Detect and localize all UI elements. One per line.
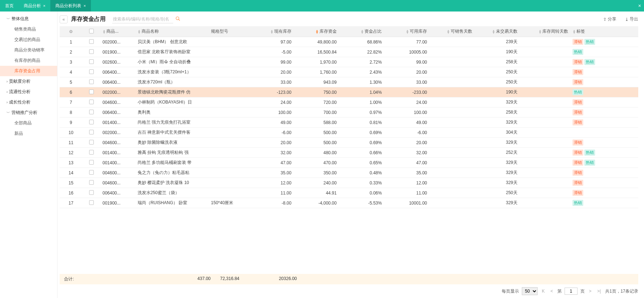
- sidebar-group[interactable]: ﹀整体信息: [0, 14, 57, 24]
- cell-code: 001400...: [100, 158, 135, 168]
- row-checkbox[interactable]: [89, 190, 94, 195]
- cell-avail: 33.00: [384, 77, 429, 87]
- sidebar-group[interactable]: ›贡献度分析: [0, 76, 57, 87]
- cell-idx: 9: [60, 118, 82, 128]
- share-button[interactable]: ⇪ 分享: [603, 16, 616, 22]
- sidebar-item[interactable]: 商品分类动销率: [0, 45, 57, 55]
- column-header-avail[interactable]: ▲▼可用库存: [384, 26, 429, 37]
- table-row[interactable]: 12001400...雅高 挂钩 无痕透明粘钩 强32.00480.000.66…: [60, 148, 638, 158]
- row-checkbox[interactable]: [89, 79, 94, 84]
- cell-tags: 滞销: [570, 168, 638, 178]
- column-header-pct[interactable]: ▲▼资金占比: [339, 26, 384, 37]
- row-checkbox[interactable]: [89, 160, 94, 165]
- collapse-sidebar-button[interactable]: «: [60, 15, 68, 23]
- pager-prev-button[interactable]: <: [549, 289, 555, 294]
- cell-spec: [209, 87, 248, 97]
- table-row[interactable]: 15004600...奥妙 樱花柔护 洗衣凝珠 1012.00240.000.3…: [60, 178, 638, 188]
- table-row[interactable]: 4006400...洗发水套装（3瓶720ml+1）20.001,760.002…: [60, 67, 638, 77]
- column-label: 商品...: [106, 29, 119, 34]
- column-header-stock[interactable]: ▲▼现有库存: [248, 26, 294, 37]
- search-icon[interactable]: [175, 16, 180, 22]
- row-checkbox[interactable]: [89, 130, 94, 134]
- column-header-turnover[interactable]: ▲▼库存周转天数: [520, 26, 571, 37]
- sort-icon: ▲▼: [538, 29, 542, 34]
- sidebar-item[interactable]: 全部商品: [0, 118, 57, 128]
- per-page-select[interactable]: 50: [522, 287, 538, 295]
- table-row[interactable]: 14004600...兔之力（兔の力）粘毛器粘35.00350.000.48%3…: [60, 168, 638, 178]
- sidebar-item[interactable]: 交易过的商品: [0, 35, 57, 45]
- column-header-idx: ⚙: [60, 26, 82, 37]
- row-checkbox[interactable]: [89, 200, 94, 205]
- pager-page-input[interactable]: [565, 288, 578, 295]
- close-tab-icon[interactable]: ×: [43, 4, 45, 8]
- export-button[interactable]: ⤓ 导出: [625, 16, 638, 22]
- sidebar-group[interactable]: ﹀营销推广分析: [0, 107, 57, 118]
- table-row[interactable]: 1002000...贝汉美（BHM） 创意北欧97.0049,800.0068.…: [60, 37, 638, 47]
- sidebar-item[interactable]: 库存资金占用: [0, 66, 57, 76]
- row-checkbox[interactable]: [89, 49, 94, 54]
- column-header-saledays[interactable]: ▲▼可销售天数: [429, 26, 474, 37]
- cell-chk: [82, 87, 100, 97]
- row-checkbox[interactable]: [89, 180, 94, 185]
- sidebar-item[interactable]: 销售类商品: [0, 24, 57, 35]
- table-row[interactable]: 6002000...景德镇北欧陶瓷花瓶摆件 仿-123.00750.001.04…: [60, 87, 638, 97]
- tab-首页[interactable]: 首页: [0, 0, 19, 12]
- table-row[interactable]: 9001400...尚格兰 强力无痕免打孔浴室49.00588.000.81%4…: [60, 118, 638, 128]
- cell-pct: 68.86%: [339, 37, 384, 47]
- row-checkbox[interactable]: [89, 90, 94, 94]
- cell-name: 小林制药（KOBAYASHI）日: [135, 97, 209, 107]
- sidebar-item[interactable]: 有库存的商品: [0, 55, 57, 66]
- pager: 每页显示 50 K < 第 页 > >| 共1页，17条记录: [58, 284, 644, 298]
- row-checkbox[interactable]: [89, 69, 94, 74]
- sort-icon: ▲▼: [361, 29, 364, 34]
- cell-notrade: 329天: [474, 158, 520, 168]
- cell-turnover: [520, 148, 571, 158]
- table-row[interactable]: 3002600...小米（MI）雨伞 全自动折叠99.001,970.002.7…: [60, 57, 638, 67]
- sidebar-group[interactable]: ›成长性分析: [0, 97, 57, 107]
- row-checkbox[interactable]: [89, 140, 94, 145]
- cell-tags: 滞销: [570, 178, 638, 188]
- close-all-tabs-icon[interactable]: ×: [638, 0, 641, 12]
- cell-tags: 滞销热销: [570, 148, 638, 158]
- cell-fund: 1,760.00: [294, 67, 339, 77]
- sidebar-item[interactable]: 新品: [0, 128, 57, 139]
- column-header-notrade[interactable]: ▲▼未交易天数: [474, 26, 520, 37]
- pager-last-button[interactable]: >|: [596, 289, 602, 294]
- cell-idx: 6: [60, 87, 82, 97]
- row-checkbox[interactable]: [89, 110, 94, 114]
- row-checkbox[interactable]: [89, 120, 94, 124]
- gear-icon[interactable]: ⚙: [69, 29, 73, 34]
- tab-商品分析[interactable]: 商品分析×: [19, 0, 50, 12]
- table-row[interactable]: 16006400...洗发水250蜜兰（袋）11.0044.910.06%11.…: [60, 188, 638, 198]
- row-checkbox[interactable]: [89, 100, 94, 104]
- row-checkbox[interactable]: [89, 59, 94, 64]
- table-row[interactable]: 7004600...小林制药（KOBAYASHI）日24.00720.001.0…: [60, 97, 638, 107]
- close-tab-icon[interactable]: ×: [83, 4, 86, 8]
- pager-first-button[interactable]: K: [540, 289, 546, 294]
- sidebar-group[interactable]: ›流通性分析: [0, 87, 57, 97]
- table-row[interactable]: 2001900...倍思家 北欧客厅装饰画卧室-5.0016,500.8422.…: [60, 47, 638, 57]
- row-checkbox[interactable]: [89, 170, 94, 175]
- row-checkbox[interactable]: [89, 39, 94, 44]
- badge-hot: 热销: [572, 49, 583, 55]
- pager-next-button[interactable]: >: [588, 289, 593, 294]
- column-header-name[interactable]: ▲▼商品名称: [135, 26, 209, 37]
- column-header-code[interactable]: ▲▼商品...: [100, 26, 135, 37]
- cell-tags: 滞销: [570, 77, 638, 87]
- table-row[interactable]: 8006400...奥利奥100.00700.000.97%100.00258天…: [60, 107, 638, 118]
- table-row[interactable]: 10002000...吉百 禅意新中式玄关摆件客-6.00500.000.69%…: [60, 128, 638, 138]
- row-checkbox[interactable]: [89, 150, 94, 155]
- select-all-checkbox[interactable]: [89, 29, 94, 33]
- column-header-tags[interactable]: ▲▼标签: [570, 26, 638, 37]
- cell-name: 洗发水套装（3瓶720ml+1）: [135, 67, 209, 77]
- summary-cell-code: [88, 276, 110, 282]
- table-row[interactable]: 5006400...洗发水720ml（瓶）33.00943.091.30%33.…: [60, 77, 638, 87]
- cell-code: 006400...: [100, 67, 135, 77]
- column-header-fund[interactable]: ▲▼库存资金: [294, 26, 339, 37]
- table-row[interactable]: 11004600...奥妙 除菌除螨洗衣液20.00500.000.69%20.…: [60, 138, 638, 148]
- tab-商品分析列表[interactable]: 商品分析列表×: [50, 0, 91, 12]
- cell-stock: 33.00: [248, 77, 294, 87]
- table-row[interactable]: 17001900...瑞尚（RUISHANG） 卧室150*40厘米-8.00-…: [60, 198, 638, 208]
- search-input[interactable]: [112, 15, 173, 23]
- table-row[interactable]: 13001400...尚格兰 多功能马桶刷套装 带47.00470.000.65…: [60, 158, 638, 168]
